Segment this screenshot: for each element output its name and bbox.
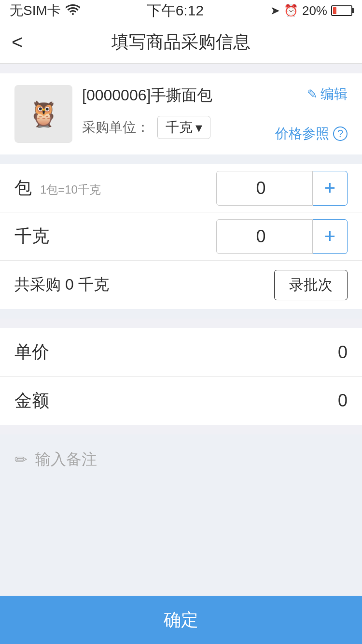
record-batch-button[interactable]: 录批次: [274, 270, 348, 300]
remark-section[interactable]: ✏ 输入备注: [0, 434, 362, 485]
battery-percent: 20%: [302, 3, 327, 18]
location-icon: ➤: [270, 4, 280, 17]
back-button[interactable]: <: [12, 31, 23, 53]
carrier-label: 无SIM卡: [10, 1, 61, 20]
kg-input[interactable]: [216, 219, 313, 254]
bao-label: 包: [14, 178, 32, 197]
remark-placeholder: 输入备注: [35, 449, 97, 470]
kg-row: 千克 +: [0, 212, 362, 261]
unit-label: 采购单位：: [82, 118, 150, 137]
battery-icon: [331, 5, 352, 16]
page-title: 填写商品采购信息: [111, 30, 251, 54]
total-row: 共采购 0 千克 录批次: [0, 261, 362, 309]
kg-label: 千克: [14, 226, 49, 246]
edit-label: 编辑: [320, 85, 348, 103]
unit-price-row: 单价 0: [0, 328, 362, 377]
total-label: 共采购 0 千克: [14, 274, 109, 295]
price-ref-button[interactable]: 价格参照 ?: [275, 125, 348, 143]
amount-label: 金额: [14, 389, 49, 413]
product-image: 🦉: [14, 85, 72, 143]
amount-row: 金额 0: [0, 377, 362, 425]
bao-plus-button[interactable]: +: [313, 171, 348, 206]
unit-price-label: 单价: [14, 340, 49, 364]
price-ref-label: 价格参照: [275, 125, 329, 143]
input-section: 包 1包=10千克 + 千克 +: [0, 164, 362, 261]
kg-input-control: +: [216, 219, 348, 254]
dropdown-arrow-icon: ▾: [195, 120, 202, 136]
status-right: ➤ ⏰ 20%: [270, 3, 352, 18]
kg-label-group: 千克: [14, 224, 49, 248]
price-section: 单价 0 金额 0: [0, 328, 362, 425]
bao-input[interactable]: [216, 171, 313, 206]
bao-row: 包 1包=10千克 +: [0, 164, 362, 212]
section-divider-1: [0, 154, 362, 164]
nav-bar: < 填写商品采购信息: [0, 21, 362, 64]
unit-price-value: 0: [338, 342, 348, 363]
status-bar: 无SIM卡 下午6:12 ➤ ⏰ 20%: [0, 0, 362, 21]
bao-input-control: +: [216, 171, 348, 206]
bao-sublabel: 1包=10千克: [40, 183, 101, 196]
edit-button[interactable]: ✎ 编辑: [307, 85, 348, 103]
pencil-icon: ✏: [14, 450, 28, 469]
alarm-icon: ⏰: [284, 4, 298, 17]
status-time: 下午6:12: [147, 1, 204, 21]
confirm-button[interactable]: 确定: [0, 596, 362, 644]
product-image-icon: 🦉: [28, 99, 59, 129]
unit-select-dropdown[interactable]: 千克 ▾: [157, 116, 210, 139]
unit-value: 千克: [166, 118, 193, 137]
bao-label-group: 包 1包=10千克: [14, 176, 101, 200]
section-divider-2: [0, 309, 362, 319]
help-icon: ?: [333, 126, 348, 141]
status-left: 无SIM卡: [10, 1, 80, 20]
product-card: 🦉 [0000006]手撕面包 采购单位： 千克 ▾ ✎ 编辑 价格参照 ?: [0, 73, 362, 154]
wifi-icon: [66, 3, 80, 18]
kg-plus-button[interactable]: +: [313, 219, 348, 254]
amount-value: 0: [338, 391, 348, 411]
edit-icon: ✎: [307, 87, 318, 102]
